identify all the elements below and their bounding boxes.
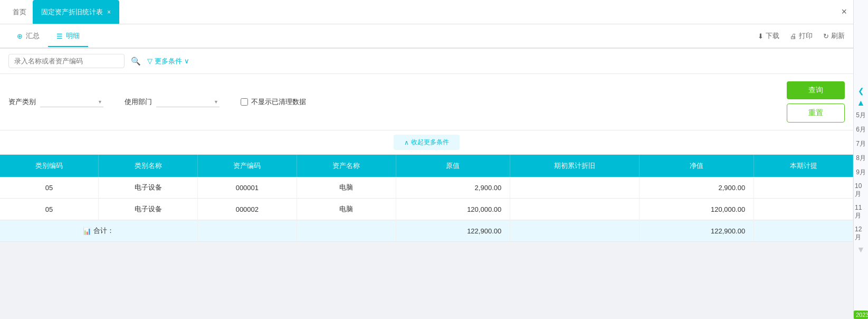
row2-asset-code: 000002 xyxy=(197,199,297,220)
download-action[interactable]: ⬇ 下载 xyxy=(758,31,779,41)
detail-label: 明细 xyxy=(66,31,80,41)
col-category-code: 类别编码 xyxy=(0,155,99,177)
sidebar-month-9[interactable]: 9月 xyxy=(855,166,867,179)
collapse-icon: ∧ xyxy=(404,139,409,146)
use-department-select-wrapper xyxy=(156,97,220,107)
filter-action-buttons: 查询 重置 xyxy=(787,81,845,123)
sidebar-month-6[interactable]: 6月 xyxy=(855,123,867,136)
search-icon[interactable]: 🔍 xyxy=(131,57,141,66)
row1-category-name: 电子设备 xyxy=(99,177,198,199)
sidebar-scroll-up[interactable]: ▲ xyxy=(857,98,865,108)
filter-area: 资产类别 使用部门 不显示已清理数据 xyxy=(0,74,853,130)
row2-accumulated-depreciation xyxy=(510,199,640,220)
hide-cleared-label: 不显示已清理数据 xyxy=(251,97,306,107)
refresh-action[interactable]: ↻ 刷新 xyxy=(823,31,845,41)
row1-category-code: 05 xyxy=(0,177,99,199)
more-filter-button[interactable]: ▽ 更多条件 ∨ xyxy=(147,57,189,66)
row1-asset-name: 电脑 xyxy=(297,177,396,199)
download-label: 下载 xyxy=(766,31,779,41)
action-buttons: ⬇ 下载 🖨 打印 ↻ 刷新 xyxy=(758,31,845,41)
sidebar-month-5[interactable]: 5月 xyxy=(855,109,867,122)
sidebar-month-11[interactable]: 11月 xyxy=(854,202,868,222)
total-icon: 📊 xyxy=(83,227,91,235)
row1-current-depreciation xyxy=(754,177,853,199)
row2-asset-name: 电脑 xyxy=(297,199,396,220)
hide-cleared-filter: 不显示已清理数据 xyxy=(241,97,306,107)
table-row[interactable]: 05 电子设备 000002 电脑 120,000.00 120,000.00 xyxy=(0,199,853,220)
tab-detail[interactable]: ☰ 明细 xyxy=(48,26,88,47)
use-department-select[interactable] xyxy=(156,97,220,107)
total-asset-code xyxy=(197,220,297,242)
col-asset-code: 资产编码 xyxy=(197,155,297,177)
table-header-row: 类别编码 类别名称 资产编码 资产名称 原值 期初累计折旧 净值 本期计提 xyxy=(0,155,853,177)
search-bar: 🔍 ▽ 更多条件 ∨ xyxy=(0,49,853,74)
total-label-text: 合计： xyxy=(93,226,114,236)
right-sidebar: ❮ ▲ 5月 6月 7月 8月 9月 10月 11月 12月 ▼ 2023 xyxy=(853,0,868,319)
collapse-button[interactable]: ∧ 收起更多条件 xyxy=(394,135,460,150)
active-tab[interactable]: 固定资产折旧统计表 × xyxy=(33,0,119,24)
refresh-icon: ↻ xyxy=(823,32,829,40)
use-department-filter: 使用部门 xyxy=(125,97,220,107)
sidebar-month-8[interactable]: 8月 xyxy=(855,152,867,165)
hide-cleared-checkbox[interactable] xyxy=(241,98,248,106)
chevron-down-icon: ∨ xyxy=(184,57,189,65)
print-icon: 🖨 xyxy=(790,32,797,40)
more-filter-label: 更多条件 xyxy=(155,57,182,66)
row2-current-depreciation xyxy=(754,199,853,220)
total-accumulated-depreciation xyxy=(510,220,640,242)
row1-asset-code: 000001 xyxy=(197,177,297,199)
total-original-value: 122,900.00 xyxy=(396,220,510,242)
row2-category-code: 05 xyxy=(0,199,99,220)
row2-net-value: 120,000.00 xyxy=(640,199,754,220)
home-tab[interactable]: 首页 xyxy=(6,7,33,17)
detail-icon: ☰ xyxy=(56,32,63,40)
filter-icon: ▽ xyxy=(147,57,152,65)
summary-label: 汇总 xyxy=(26,31,40,41)
sidebar-chevron-icon[interactable]: ❮ xyxy=(856,85,866,97)
reset-button[interactable]: 重置 xyxy=(787,104,845,123)
data-table: 类别编码 类别名称 资产编码 资产名称 原值 期初累计折旧 净值 本期计提 05… xyxy=(0,155,853,242)
window-close-icon[interactable]: × xyxy=(841,6,847,17)
total-current-depreciation xyxy=(754,220,853,242)
query-button[interactable]: 查询 xyxy=(787,81,845,99)
asset-category-select-wrapper xyxy=(40,97,103,107)
tab-close-icon[interactable]: × xyxy=(107,8,111,16)
collapse-bar: ∧ 收起更多条件 xyxy=(0,130,853,155)
asset-category-filter: 资产类别 xyxy=(8,97,103,107)
use-department-label: 使用部门 xyxy=(125,97,152,107)
tab-label: 固定资产折旧统计表 xyxy=(41,7,103,17)
collapse-label: 收起更多条件 xyxy=(411,138,449,147)
table-row[interactable]: 05 电子设备 000001 电脑 2,900.00 2,900.00 xyxy=(0,177,853,199)
download-icon: ⬇ xyxy=(758,32,764,40)
refresh-label: 刷新 xyxy=(831,31,845,41)
total-label-cell: 📊 合计： xyxy=(0,220,197,242)
asset-category-select[interactable] xyxy=(40,97,103,107)
summary-icon: ⊕ xyxy=(17,32,23,40)
print-label: 打印 xyxy=(799,31,813,41)
print-action[interactable]: 🖨 打印 xyxy=(790,31,813,41)
sidebar-scroll-down[interactable]: ▼ xyxy=(857,245,865,255)
top-nav: 首页 固定资产折旧统计表 × × xyxy=(0,0,853,24)
total-asset-name xyxy=(297,220,396,242)
tab-summary[interactable]: ⊕ 汇总 xyxy=(8,26,48,47)
row1-original-value: 2,900.00 xyxy=(396,177,510,199)
search-input[interactable] xyxy=(8,54,125,68)
total-net-value: 122,900.00 xyxy=(640,220,754,242)
row2-original-value: 120,000.00 xyxy=(396,199,510,220)
col-original-value: 原值 xyxy=(396,155,510,177)
year-badge: 2023 xyxy=(854,311,868,319)
col-accumulated-depreciation: 期初累计折旧 xyxy=(510,155,640,177)
row1-accumulated-depreciation xyxy=(510,177,640,199)
sidebar-month-12[interactable]: 12月 xyxy=(854,223,868,244)
col-net-value: 净值 xyxy=(640,155,754,177)
asset-category-label: 资产类别 xyxy=(8,97,36,107)
sidebar-month-10[interactable]: 10月 xyxy=(854,180,868,201)
col-asset-name: 资产名称 xyxy=(297,155,396,177)
col-category-name: 类别名称 xyxy=(99,155,198,177)
sidebar-month-7[interactable]: 7月 xyxy=(855,137,867,151)
sub-tab-bar: ⊕ 汇总 ☰ 明细 ⬇ 下载 🖨 打印 ↻ 刷新 xyxy=(0,24,853,49)
row1-net-value: 2,900.00 xyxy=(640,177,754,199)
row2-category-name: 电子设备 xyxy=(99,199,198,220)
col-current-depreciation: 本期计提 xyxy=(754,155,853,177)
table-container: 类别编码 类别名称 资产编码 资产名称 原值 期初累计折旧 净值 本期计提 05… xyxy=(0,155,853,319)
